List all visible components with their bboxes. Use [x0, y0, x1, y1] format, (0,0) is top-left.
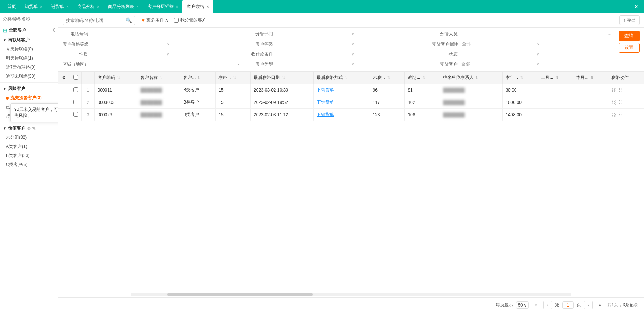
row2-link-icon[interactable]: ⛓	[611, 100, 616, 105]
customer-level-select[interactable]: ∨	[275, 41, 428, 47]
filter-customer-level: 客户等级 ∨	[247, 41, 428, 48]
query-button[interactable]: 查询	[619, 31, 640, 41]
nav-item-home[interactable]: 首页	[3, 0, 20, 13]
area-more-icon[interactable]: ···	[237, 62, 243, 67]
row3-method-link[interactable]: 下销货单	[317, 112, 334, 117]
close-analysis-icon[interactable]: ×	[97, 4, 99, 9]
sidebar-item-b-class[interactable]: B类客户(33)	[0, 151, 58, 160]
sidebar-item-overdue[interactable]: 逾期未联络(30)	[0, 72, 58, 81]
row3-this-year: 1408.00	[503, 109, 538, 121]
select-all-checkbox[interactable]	[73, 75, 78, 80]
nav-item-customer-tier[interactable]: 客户分层经营 ×	[143, 0, 182, 13]
nav-item-analysis[interactable]: 商品分析 ×	[73, 0, 104, 13]
row3-settings	[58, 109, 70, 121]
sidebar-item-today[interactable]: 今天待联络(0)	[0, 45, 58, 54]
price-level-select[interactable]: ∨	[91, 41, 243, 47]
setting-button[interactable]: 设置	[619, 43, 640, 53]
refresh-icon-value[interactable]: ↻	[27, 126, 31, 131]
close-analysis-list-icon[interactable]: ×	[136, 4, 138, 9]
person-select[interactable]	[460, 33, 606, 35]
row2-method-link[interactable]: 下销货单	[317, 100, 334, 105]
col-last-date[interactable]: 最后联络日期 ⇅	[251, 72, 314, 84]
row2-more-icon[interactable]: ⠿	[619, 100, 622, 105]
col-action: 联络动作	[608, 72, 644, 84]
edit-icon-value[interactable]: ✎	[32, 126, 36, 131]
col-this-month[interactable]: 本月... ⇅	[573, 72, 608, 84]
table-row: 2 00030031 ███████ B类客户 15 2023-02-09 19…	[58, 96, 644, 109]
sidebar-section-value[interactable]: ▼ 价值客户 ↻ ✎	[0, 124, 58, 133]
per-page-select[interactable]: 50 ∨	[516, 301, 528, 309]
area-select[interactable]	[91, 64, 237, 65]
scroll-thumb[interactable]	[167, 293, 313, 296]
close-sales-icon[interactable]: ×	[40, 4, 42, 9]
status-label: 状态	[432, 51, 458, 57]
customer-type-label: 客户类型	[247, 61, 273, 68]
row2-this-month	[573, 96, 608, 109]
sidebar-search-icon[interactable]: 🔍	[57, 16, 58, 22]
search-input[interactable]	[66, 18, 126, 23]
sidebar-all-customers[interactable]: ⊞ 全部客户 《	[0, 25, 58, 36]
col-settings[interactable]: ⚙	[58, 72, 70, 84]
col-type[interactable]: 客户... ⇅	[180, 72, 216, 84]
next-page-button[interactable]: ›	[584, 301, 593, 309]
row3-name-blurred: ███████	[140, 112, 162, 117]
sidebar-section-risk[interactable]: ▼ 风险客户	[0, 84, 58, 93]
col-unlink[interactable]: 未联... ⇅	[370, 72, 405, 84]
sidebar-item-c-class[interactable]: C类客户(6)	[0, 160, 58, 169]
sidebar-item-a-class[interactable]: A类客户(1)	[0, 142, 58, 151]
page-input[interactable]	[562, 301, 574, 309]
last-page-button[interactable]: »	[596, 301, 604, 309]
prev-page-button[interactable]: ‹	[543, 301, 552, 309]
row2-checkbox-input[interactable]	[73, 100, 78, 104]
row1-last-date: 2023-03-02 10:30:	[251, 84, 314, 96]
sidebar-item-7days[interactable]: 近7天待联络(0)	[0, 63, 58, 72]
window-close-button[interactable]: ✕	[631, 1, 641, 12]
col-last-method[interactable]: 最后联络方式 ⇅	[314, 72, 370, 84]
nav-item-purchase[interactable]: 进货单 ×	[47, 0, 73, 13]
row3-more-icon[interactable]: ⠿	[619, 112, 622, 118]
sidebar-item-tomorrow[interactable]: 明天待联络(1)	[0, 54, 58, 63]
col-last-month[interactable]: 上月... ⇅	[538, 72, 573, 84]
zero-customer-select[interactable]: 全部 ∨	[460, 60, 613, 68]
export-button[interactable]: ↑ 导出	[619, 15, 640, 25]
close-customer-contact-icon[interactable]: ×	[206, 4, 209, 9]
more-conditions-button[interactable]: ▼ 更多条件 ∧	[138, 16, 171, 25]
sidebar-search-input[interactable]	[3, 16, 57, 21]
nav-item-analysis-list[interactable]: 商品分析列表 ×	[104, 0, 143, 13]
col-contact-person[interactable]: 往来单位联系人 ⇅	[440, 72, 503, 84]
phone-input[interactable]	[90, 31, 243, 37]
row1-checkbox-input[interactable]	[73, 87, 78, 92]
row1-link-icon[interactable]: ⛓	[611, 87, 616, 93]
close-purchase-icon[interactable]: ×	[66, 4, 68, 9]
sidebar-item-churn-warning[interactable]: 流失预警客户(3)	[0, 93, 58, 102]
filter-panel: 电话号码 分管部门 ∨ 分管人员	[58, 28, 644, 72]
row3-link-icon[interactable]: ⛓	[611, 112, 616, 118]
horizontal-scrollbar[interactable]	[58, 292, 644, 297]
col-contact[interactable]: 联络... ⇅	[216, 72, 251, 84]
first-page-button[interactable]: «	[532, 301, 540, 309]
col-code[interactable]: 客户编码 ⇅	[94, 72, 137, 84]
nav-item-customer-contact[interactable]: 客户联络 ×	[182, 0, 213, 13]
sidebar-item-ungrouped[interactable]: 未分组(32)	[0, 133, 58, 142]
zero-attr-select[interactable]: 全部 ∨	[460, 40, 613, 48]
status-select[interactable]: ∨	[460, 52, 613, 57]
nav-item-sales[interactable]: 销货单 ×	[20, 0, 47, 13]
row3-checkbox-input[interactable]	[73, 112, 78, 117]
col-overdue[interactable]: 逾期... ⇅	[405, 72, 440, 84]
scroll-track	[131, 293, 571, 296]
close-customer-tier-icon[interactable]: ×	[176, 4, 178, 9]
customer-type-select[interactable]: ∨	[275, 61, 428, 67]
my-customers-checkbox[interactable]	[174, 18, 179, 23]
person-more-icon[interactable]: ···	[606, 32, 613, 37]
row1-more-icon[interactable]: ⠿	[619, 87, 622, 93]
dept-select[interactable]: ∨	[275, 31, 428, 37]
row1-method-link[interactable]: 下销货单	[317, 87, 334, 92]
row3-last-month	[538, 109, 573, 121]
col-name[interactable]: 客户名称 ⇅	[137, 72, 180, 84]
payment-select[interactable]: ∨	[275, 52, 428, 57]
sidebar-section-pending[interactable]: ▼ 待联络客户	[0, 36, 58, 45]
search-icon[interactable]: 🔍	[126, 17, 132, 23]
my-customers-checkbox-label[interactable]: 我分管的客户	[174, 17, 206, 23]
nature-select[interactable]: ∨	[90, 52, 243, 57]
col-this-year[interactable]: 本年... ⇅	[503, 72, 538, 84]
